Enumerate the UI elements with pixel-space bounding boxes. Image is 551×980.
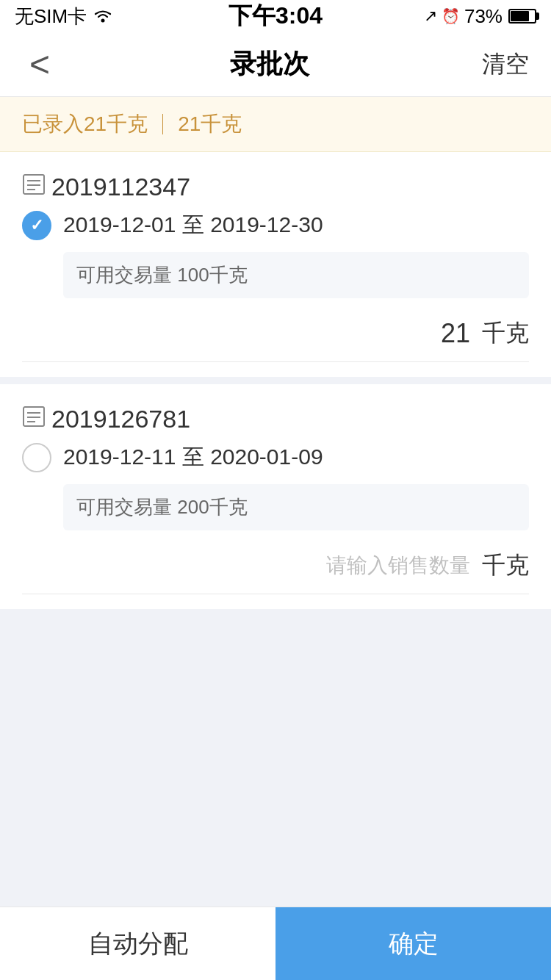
battery-icon	[508, 9, 536, 24]
quantity-unit-1: 千克	[482, 317, 529, 350]
batch-date-1: 2019-12-01 至 2019-12-30	[63, 210, 323, 240]
svg-point-0	[101, 18, 105, 22]
info-banner: 已录入21千克 21千克	[0, 97, 551, 152]
quantity-row-1: 千克	[22, 310, 529, 362]
batch-date-row-1: 2019-12-01 至 2019-12-30	[22, 210, 529, 240]
confirm-button[interactable]: 确定	[276, 907, 551, 980]
batch-availability-1: 可用交易量 100千克	[63, 252, 529, 298]
alarm-icon: ⏰	[442, 7, 460, 25]
batch-doc-icon-2	[22, 406, 46, 433]
clear-button[interactable]: 清空	[482, 48, 529, 81]
status-bar: 无SIM卡 下午3:04 ↗ ⏰ 73%	[0, 0, 551, 32]
batch-date-2: 2019-12-11 至 2020-01-09	[63, 442, 323, 472]
batch-id-1: 2019112347	[51, 173, 190, 201]
quantity-input-1[interactable]	[397, 318, 470, 349]
auto-distribute-button[interactable]: 自动分配	[0, 907, 276, 980]
recorded-label: 已录入21千克	[22, 110, 148, 138]
info-divider	[162, 114, 163, 134]
batch-header-1: 2019112347	[22, 173, 529, 201]
status-time: 下午3:04	[228, 0, 323, 32]
batch-doc-icon-1	[22, 173, 46, 201]
availability-text-1: 可用交易量 100千克	[76, 264, 248, 286]
back-button[interactable]: <	[22, 37, 57, 92]
page-title: 录批次	[230, 46, 309, 82]
batch-date-row-2: 2019-12-11 至 2020-01-09	[22, 442, 529, 472]
quantity-unit-2: 千克	[482, 550, 529, 582]
wifi-icon	[93, 5, 113, 28]
section-separator	[0, 377, 551, 384]
batch-availability-2: 可用交易量 200千克	[63, 484, 529, 530]
nav-bar: < 录批次 清空	[0, 32, 551, 97]
batch-id-2: 2019126781	[51, 405, 190, 433]
quantity-row-2: 千克	[22, 542, 529, 594]
batch-header-2: 2019126781	[22, 405, 529, 433]
batch-item-1: 2019112347 2019-12-01 至 2019-12-30 可用交易量…	[0, 152, 551, 377]
location-icon: ↗	[424, 7, 437, 26]
filler-area	[0, 609, 551, 829]
batch-item-2: 2019126781 2019-12-11 至 2020-01-09 可用交易量…	[0, 384, 551, 609]
total-label: 21千克	[178, 110, 242, 138]
radio-2[interactable]	[22, 443, 51, 472]
bottom-bar: 自动分配 确定	[0, 907, 551, 980]
status-right: ↗ ⏰ 73%	[424, 5, 536, 28]
battery-percent: 73%	[464, 5, 503, 28]
status-left: 无SIM卡	[15, 4, 113, 29]
availability-text-2: 可用交易量 200千克	[76, 496, 248, 518]
quantity-input-2[interactable]	[250, 554, 470, 577]
radio-1[interactable]	[22, 211, 51, 240]
carrier-text: 无SIM卡	[15, 4, 87, 29]
